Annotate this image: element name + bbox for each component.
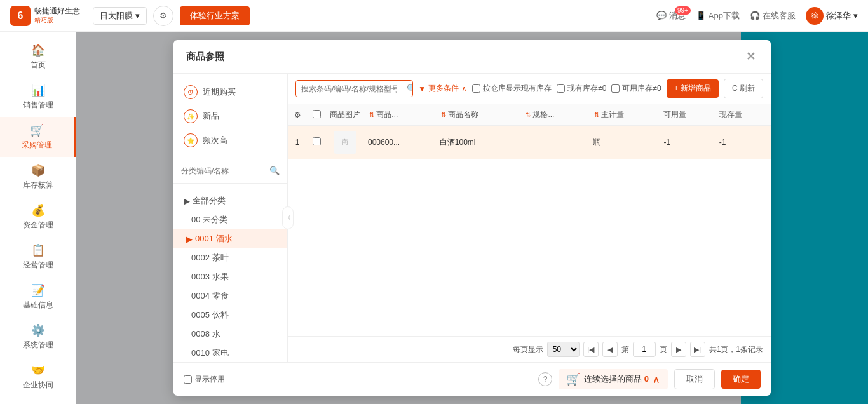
expand-icon-active: ▶ [186,234,193,244]
per-page-select[interactable]: 50 10 20 100 [547,342,580,357]
warehouse-stock-checkbox[interactable]: 按仓库显示现有库存 [472,83,552,94]
product-search-button[interactable]: 🔍 [402,81,413,97]
product-table-container: ⚙ 商品图片 ⇅ 商品... [288,104,771,336]
row-check[interactable] [307,126,326,159]
select-all-checkbox[interactable] [313,110,321,118]
sidebar-item-inventory[interactable]: 📦 库存核算 [0,157,76,197]
th-code[interactable]: ⇅ 商品... [364,104,436,126]
last-page-button[interactable]: ▶| [690,342,705,357]
usable-nonzero-checkbox[interactable]: 可用库存≠0 [611,83,661,94]
handshake-icon: 🤝 [31,363,45,377]
tree-item-appliance[interactable]: 0010 家电 [173,344,287,356]
available-nonzero-checkbox[interactable]: 现有库存≠0 [557,83,606,94]
th-unit[interactable]: ⇅ 主计量 [589,104,660,126]
cart-area[interactable]: 🛒 连续选择的商品 0 ∧ [559,369,668,389]
th-settings[interactable]: ⚙ [288,104,307,126]
cancel-button[interactable]: 取消 [674,369,715,389]
sidebar-item-home[interactable]: 🏠 首页 [0,37,76,77]
tree-item-uncategorized[interactable]: 00 未分类 [173,210,287,229]
category-search-input[interactable] [181,166,267,175]
settings-icon[interactable]: ⚙ [153,6,173,26]
sidebar-item-purchase[interactable]: 🛒 采购管理 [0,117,76,157]
per-page-label: 每页显示 [513,344,543,355]
tree-item-drinks[interactable]: 0005 饮料 [173,306,287,325]
row-num: 1 [288,126,307,159]
product-search-bar: 🔍 [295,80,413,97]
modal-title: 商品参照 [186,51,224,63]
table-row[interactable]: 1 商 000600... 白酒100ml [288,126,771,159]
messages-button[interactable]: 💬 消息 99+ [656,10,686,22]
th-name[interactable]: ⇅ 商品名称 [436,104,520,126]
show-disabled-checkbox[interactable]: 显示停用 [184,374,225,385]
modal-overlay: 商品参照 ✕ ⏱ 近期购买 ✨ 新品 [76,32,868,404]
row-stock: -1 [715,126,771,159]
sidebar-label-basic: 基础信息 [23,300,53,311]
frequent-item[interactable]: ⭐ 频次高 [173,128,287,152]
recent-purchase-item[interactable]: ⏱ 近期购买 [173,80,287,104]
sidebar-item-sales[interactable]: 📊 销售管理 [0,77,76,117]
more-filter-button[interactable]: ▼ 更多条件 ∧ [418,83,467,94]
tree-item-all[interactable]: ▶ 全部分类 [173,191,287,210]
th-stock[interactable]: 现存量 [715,104,771,126]
tree-item-snacks[interactable]: 0004 零食 [173,286,287,306]
sidebar-item-operations[interactable]: 📋 经营管理 [0,237,76,277]
mobile-icon: 📱 [696,11,706,20]
new-product-item[interactable]: ✨ 新品 [173,104,287,128]
store-selector[interactable]: 日太阳膜 ▾ [93,7,147,25]
collapse-panel-button[interactable]: 《 [282,206,294,229]
row-name: 白酒100ml [436,126,520,159]
tree-item-tea[interactable]: 0002 茶叶 [173,248,287,267]
divider2 [173,183,287,184]
th-image: 商品图片 [326,104,364,126]
tree-item-liquor[interactable]: ▶ 0001 酒水 [173,229,287,248]
headset-icon: 🎧 [750,11,760,20]
confirm-button[interactable]: 确定 [721,370,761,389]
expand-icon: ▶ [184,196,190,206]
logo-title: 畅捷通好生意 [34,6,80,17]
next-page-button[interactable]: ▶ [671,342,686,357]
logo-area: 6 畅捷通好生意 精巧版 [10,6,80,26]
gear-icon: ⚙️ [31,323,45,337]
collapse-cart-icon[interactable]: ∧ [653,374,660,386]
th-available[interactable]: 可用量 [660,104,715,126]
star-icon: ⭐ [184,133,198,147]
sort-icon3: ⇅ [526,111,531,118]
sidebar-item-basic[interactable]: 📝 基础信息 [0,277,76,317]
th-spec[interactable]: ⇅ 规格... [520,104,589,126]
trial-button[interactable]: 体验行业方案 [180,6,250,25]
user-menu[interactable]: 徐 徐泽华 ▾ [806,7,858,25]
sidebar-item-system[interactable]: ⚙️ 系统管理 [0,317,76,357]
tree-item-fruit[interactable]: 0003 水果 [173,267,287,286]
tree-item-water[interactable]: 0008 水 [173,325,287,344]
help-icon[interactable]: ? [538,372,552,386]
sidebar-item-collab[interactable]: 🤝 企业协同 [0,357,76,397]
th-checkbox[interactable] [307,104,326,126]
nav-right: 💬 消息 99+ 📱 App下载 🎧 在线客服 徐 徐泽华 ▾ [656,7,858,25]
row-spec [520,126,589,159]
note-icon: 📝 [31,283,45,297]
modal-body: ⏱ 近期购买 ✨ 新品 ⭐ 频次高 [173,74,771,362]
sidebar-item-guide[interactable]: 🔰 新手引导 [0,397,76,404]
first-page-button[interactable]: |◀ [583,342,599,357]
search-icon[interactable]: 🔍 [269,166,280,175]
close-button[interactable]: ✕ [743,49,758,64]
sidebar-label-system: 系统管理 [23,340,53,351]
page-summary: 共1页，1条记录 [709,344,763,355]
cart-label: 连续选择的商品 0 [584,374,649,385]
modal-footer: 显示停用 ? 🛒 连续选择的商品 0 ∧ 取消 确 [173,362,771,396]
prev-page-button[interactable]: ◀ [602,342,618,357]
category-tree: ▶ 全部分类 00 未分类 ▶ 0001 酒水 0002 茶 [173,189,287,356]
sidebar-item-finance[interactable]: 💰 资金管理 [0,197,76,237]
sidebar-label-home: 首页 [31,60,46,71]
page-label: 第 [621,344,629,355]
app-download-button[interactable]: 📱 App下载 [696,10,740,22]
page-number-input[interactable] [633,342,656,357]
add-product-button[interactable]: + 新增商品 [667,79,719,98]
table-toolbar: 🔍 ▼ 更多条件 ∧ 按仓库显示现有库存 [288,74,771,104]
top-nav: 6 畅捷通好生意 精巧版 日太阳膜 ▾ ⚙ 体验行业方案 💬 消息 99+ 📱 … [0,0,868,32]
customer-service-button[interactable]: 🎧 在线客服 [750,10,796,22]
product-search-input[interactable] [296,81,402,97]
cart-count-number: 0 [644,374,649,384]
main-content: 商品参照 ✕ ⏱ 近期购买 ✨ 新品 [76,32,868,404]
refresh-button[interactable]: C 刷新 [724,79,763,98]
